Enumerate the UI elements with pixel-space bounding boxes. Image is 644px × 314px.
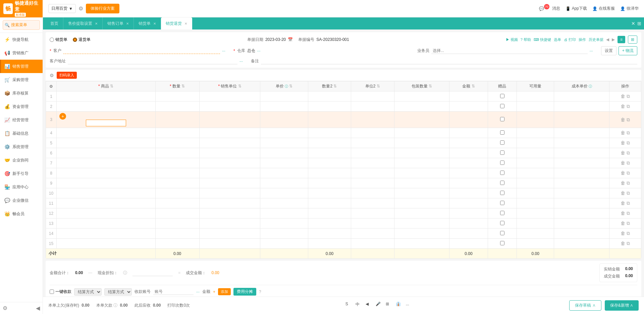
copy-row-icon[interactable]: ⧉ [627,104,630,109]
copy-row-icon[interactable]: ⧉ [627,160,630,166]
unit-cell[interactable] [199,148,260,158]
cost-price-cell[interactable] [554,239,609,249]
amount-cell[interactable] [449,208,488,218]
unit2-cell[interactable] [351,188,394,198]
product-cell[interactable] [57,208,156,218]
sidebar-item-purchase[interactable]: 🛒 采购管理 [0,73,43,86]
pack-qty-cell[interactable] [394,168,449,178]
gift-cell[interactable] [488,229,517,239]
price-cell[interactable] [260,91,308,102]
sidebar-item-system[interactable]: ⚙️ 系统管理 [0,140,43,153]
gift-checkbox[interactable] [500,231,504,235]
amount-cell[interactable] [449,218,488,229]
amount-cell[interactable] [449,102,488,112]
cost-price-cell[interactable] [554,91,609,102]
product-cell[interactable] [57,128,156,138]
product-sort-icon[interactable]: ⇅ [110,84,113,88]
delete-row-icon[interactable]: 🗑 [621,241,625,246]
delete-row-icon[interactable]: 🗑 [621,104,625,109]
copy-row-icon[interactable]: ⧉ [627,210,630,216]
qty-cell[interactable] [155,198,199,208]
price-cell[interactable] [260,158,308,168]
sidebar-search[interactable]: 🔍 搜索菜单 [0,17,43,33]
pack-qty-cell[interactable] [394,229,449,239]
unit-cell[interactable] [199,178,260,188]
unit2-sort-icon[interactable]: ⇅ [377,84,380,88]
qty-cell[interactable] [155,158,199,168]
cost-price-cell[interactable] [554,168,609,178]
tab-home[interactable]: 首页 [46,17,63,29]
product-input[interactable] [86,120,126,126]
unit2-cell[interactable] [351,91,394,102]
gift-cell[interactable] [488,91,517,102]
qty-cell[interactable] [155,239,199,249]
unit-cell[interactable] [199,188,260,198]
unit2-cell[interactable] [351,239,394,249]
price-cell[interactable] [260,239,308,249]
unit2-cell[interactable] [351,128,394,138]
available-cell[interactable] [517,239,554,249]
one-click-pay-checkbox[interactable]: 一键收款 [50,289,71,295]
gift-cell[interactable] [488,188,517,198]
sidebar-item-sales[interactable]: 📊 销售管理 [0,60,43,73]
copy-row-icon[interactable]: ⧉ [627,130,630,136]
gift-cell[interactable] [488,168,517,178]
price-cell[interactable] [260,178,308,188]
pack-qty-cell[interactable] [394,128,449,138]
discount-input[interactable] [132,270,173,276]
sidebar-item-newbie[interactable]: 🎯 新手引导 [0,167,43,180]
account-input[interactable] [153,289,194,295]
gift-checkbox[interactable] [500,221,504,225]
qty2-sort-icon[interactable]: ⇅ [333,84,337,88]
product-cell[interactable] [57,158,156,168]
qty2-cell[interactable] [308,218,351,229]
qty2-cell[interactable] [308,112,351,128]
gift-cell[interactable] [488,158,517,168]
gift-checkbox[interactable] [500,140,504,145]
footer-icon-4[interactable]: 🎤 [376,302,384,310]
unit2-cell[interactable] [351,112,394,128]
table-settings-icon[interactable]: ⚙ [50,73,54,78]
amount-cell[interactable] [449,112,488,128]
sidebar-item-wechat[interactable]: 💬 企业微信 [0,194,43,207]
copy-row-icon[interactable]: ⧉ [627,170,630,176]
unit2-cell[interactable] [351,198,394,208]
amount-cell[interactable] [449,128,488,138]
add-payment-button[interactable]: 添加 [218,288,231,295]
unit2-cell[interactable] [351,168,394,178]
gift-cell[interactable] [488,218,517,229]
message-item[interactable]: 💬 70 消息 [539,6,560,11]
unit-cell[interactable] [199,158,260,168]
gift-cell[interactable] [488,148,517,158]
unit2-cell[interactable] [351,208,394,218]
tab-close-icon[interactable]: ✕ [95,22,98,25]
sidebar-item-operations[interactable]: 📈 经营管理 [0,113,43,127]
tab-price-setting[interactable]: 售价提取设置 ✕ [63,17,103,29]
delete-row-icon[interactable]: 🗑 [621,190,625,196]
collapse-sidebar-icon[interactable]: ◀ [36,305,40,311]
gift-checkbox[interactable] [500,171,504,175]
unit2-cell[interactable] [351,218,394,229]
qty-cell[interactable] [155,208,199,218]
amount-cell[interactable] [449,229,488,239]
unit-cell[interactable] [199,128,260,138]
cost-price-cell[interactable] [554,158,609,168]
price-cell[interactable] [260,148,308,158]
amount-cell[interactable] [449,198,488,208]
price-cell[interactable] [260,188,308,198]
available-cell[interactable] [517,158,554,168]
user-item[interactable]: 👤 徐泽华 [620,6,639,11]
available-cell[interactable] [517,138,554,148]
footer-icon-3[interactable]: ◀ [366,302,374,310]
qty2-cell[interactable] [308,158,351,168]
next-record-icon[interactable]: ▶ [612,37,615,42]
unit-cell[interactable] [199,102,260,112]
gift-cell[interactable] [488,208,517,218]
gift-cell[interactable] [488,128,517,138]
sidebar-item-member[interactable]: 👑 畅会员 [0,207,43,221]
copy-row-icon[interactable]: ⧉ [627,93,630,99]
fenyong-help-icon[interactable]: ? [259,290,261,294]
unit-cell[interactable] [199,218,260,229]
qty2-cell[interactable] [308,188,351,198]
qty-cell[interactable] [155,91,199,102]
